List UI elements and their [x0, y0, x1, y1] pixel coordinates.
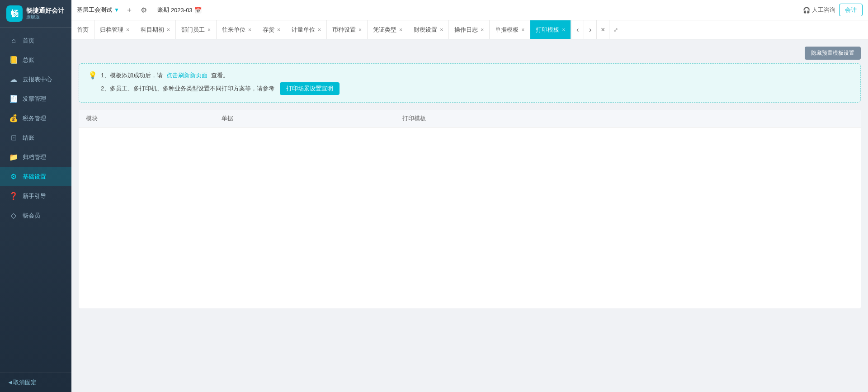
- tab-operation-log-label: 操作日志: [454, 26, 478, 34]
- main-content: 隐藏预置模板设置 💡 1、模板添加成功后，请点击刷新新页面查看。 2、多员工、多…: [71, 39, 868, 392]
- tab-close-all[interactable]: ×: [596, 20, 609, 39]
- sidebar-footer-label: ◄取消固定: [7, 378, 37, 387]
- sidebar-logo: 畅 畅捷通好会计 旗舰版: [0, 0, 71, 28]
- tab-nav-prev[interactable]: ‹: [571, 20, 584, 39]
- topbar-actions: ＋ ⚙: [123, 4, 150, 16]
- tab-operation-log-close[interactable]: ×: [481, 27, 484, 33]
- calendar-icon[interactable]: 📅: [194, 7, 202, 14]
- tab-partner-close[interactable]: ×: [248, 27, 251, 33]
- tabs-bar: 首页 归档管理 × 科目期初 × 部门员工 × 往来单位 × 存货 × 计量单位…: [71, 20, 868, 39]
- service-label: 人工咨询: [812, 6, 835, 14]
- account-button[interactable]: 会计: [839, 4, 863, 16]
- tab-archive-mgmt[interactable]: 归档管理 ×: [94, 20, 135, 39]
- tab-voucher-type-label: 凭证类型: [373, 26, 396, 34]
- sidebar-item-guide[interactable]: ❓ 新手引导: [0, 186, 71, 206]
- table-col-document: 单据: [222, 114, 402, 123]
- sidebar-label-guide: 新手引导: [23, 192, 46, 200]
- table-header: 模块 单据 打印模板: [79, 110, 861, 128]
- tab-expand[interactable]: ⤢: [609, 20, 622, 39]
- sidebar-item-tax[interactable]: 💰 税务管理: [0, 109, 71, 128]
- company-selector[interactable]: 基层工会测试 ▼: [77, 6, 119, 14]
- tab-partner[interactable]: 往来单位 ×: [217, 20, 257, 39]
- table-col-print-template: 打印模板: [402, 114, 854, 123]
- notice-line2-pre: 2、多员工、多打印机、多种业务类型设置不同打印方案等，请参考: [101, 85, 274, 93]
- refresh-link[interactable]: 点击刷新新页面: [166, 71, 208, 80]
- sidebar-label-archive: 归档管理: [23, 153, 46, 161]
- sidebar-label-reports: 云报表中心: [23, 76, 52, 84]
- tab-archive-mgmt-close[interactable]: ×: [126, 27, 129, 33]
- topbar: 基层工会测试 ▼ ＋ ⚙ 账期 2023-03 📅 🎧 人工咨询 会计: [71, 0, 868, 20]
- tab-currency-close[interactable]: ×: [359, 27, 362, 33]
- tab-archive-mgmt-label: 归档管理: [100, 26, 123, 34]
- hide-preview-button[interactable]: 隐藏预置模板设置: [805, 47, 861, 60]
- archive-icon: 📁: [9, 153, 18, 161]
- print-scene-button[interactable]: 打印场景设置宣明: [280, 82, 340, 95]
- tab-measure-unit[interactable]: 计量单位 ×: [286, 20, 327, 39]
- tab-inventory[interactable]: 存货 ×: [257, 20, 286, 39]
- tab-voucher-type[interactable]: 凭证类型 ×: [368, 20, 408, 39]
- notice-line-2: 2、多员工、多打印机、多种业务类型设置不同打印方案等，请参考 打印场景设置宣明: [88, 82, 851, 95]
- tax-icon: 💰: [9, 114, 18, 123]
- tab-measure-unit-close[interactable]: ×: [318, 27, 321, 33]
- tab-subject-init-close[interactable]: ×: [167, 27, 170, 33]
- logo-text-block: 畅捷通好会计 旗舰版: [26, 7, 64, 21]
- invoice-icon: 🧾: [9, 94, 18, 103]
- tab-currency-label: 币种设置: [332, 26, 356, 34]
- sidebar-unpin-button[interactable]: ◄取消固定: [0, 373, 71, 392]
- sidebar-item-home[interactable]: ⌂ 首页: [0, 31, 71, 50]
- topbar-right: 🎧 人工咨询 会计: [803, 4, 863, 16]
- table-body: [79, 128, 861, 308]
- sidebar-item-ledger[interactable]: 📒 总账: [0, 50, 71, 70]
- headset-icon: 🎧: [803, 7, 810, 14]
- ledger-icon: 📒: [9, 56, 18, 64]
- tab-dept-staff[interactable]: 部门员工 ×: [176, 20, 217, 39]
- sidebar-item-invoice[interactable]: 🧾 发票管理: [0, 89, 71, 109]
- tab-print-template-close[interactable]: ×: [562, 27, 565, 33]
- guide-icon: ❓: [9, 192, 18, 200]
- tab-subject-init[interactable]: 科目期初 ×: [135, 20, 176, 39]
- sidebar-label-invoice: 发票管理: [23, 95, 46, 103]
- logo-sub: 旗舰版: [26, 14, 64, 20]
- sidebar-label-settings: 基础设置: [23, 173, 46, 181]
- tab-home[interactable]: 首页: [71, 20, 94, 39]
- bulb-icon: 💡: [88, 71, 97, 80]
- sidebar-item-closing[interactable]: ⊡ 结账: [0, 128, 71, 147]
- settings-gear-button[interactable]: ⚙: [137, 4, 150, 16]
- sidebar-item-member[interactable]: ◇ 畅会员: [0, 206, 71, 225]
- service-button[interactable]: 🎧 人工咨询: [803, 6, 835, 14]
- company-name: 基层工会测试: [77, 6, 112, 14]
- tab-inventory-close[interactable]: ×: [277, 27, 280, 33]
- tab-nav-next[interactable]: ›: [584, 20, 596, 39]
- tab-single-template[interactable]: 单据模板 ×: [490, 20, 530, 39]
- member-icon: ◇: [9, 211, 18, 220]
- tab-single-template-label: 单据模板: [495, 26, 519, 34]
- sidebar-label-ledger: 总账: [23, 56, 34, 64]
- logo-icon: 畅: [6, 5, 23, 22]
- tab-tax-settings-close[interactable]: ×: [440, 27, 443, 33]
- sidebar-label-home: 首页: [23, 37, 34, 45]
- tab-currency[interactable]: 币种设置 ×: [327, 20, 368, 39]
- tab-partner-label: 往来单位: [222, 26, 245, 34]
- closing-icon: ⊡: [9, 133, 18, 142]
- sidebar-nav: ⌂ 首页 📒 总账 ☁ 云报表中心 🧾 发票管理 💰 税务管理 ⊡ 结账 📁 归…: [0, 28, 71, 373]
- sidebar-label-tax: 税务管理: [23, 114, 46, 123]
- tab-print-template-label: 打印模板: [536, 26, 559, 34]
- tab-print-template[interactable]: 打印模板 ×: [530, 20, 571, 39]
- notice-line1-pre: 1、模板添加成功后，请: [101, 71, 163, 80]
- notice-banner: 💡 1、模板添加成功后，请点击刷新新页面查看。 2、多员工、多打印机、多种业务类…: [79, 63, 861, 103]
- period-info: 账期 2023-03 📅: [157, 6, 202, 14]
- reports-icon: ☁: [9, 75, 18, 84]
- sidebar-item-settings[interactable]: ⚙ 基础设置: [0, 167, 71, 186]
- sidebar: 畅 畅捷通好会计 旗舰版 ⌂ 首页 📒 总账 ☁ 云报表中心 🧾 发票管理 💰 …: [0, 0, 71, 392]
- tab-inventory-label: 存货: [263, 26, 274, 34]
- tab-dept-staff-label: 部门员工: [181, 26, 205, 34]
- tab-tax-settings[interactable]: 财税设置 ×: [408, 20, 449, 39]
- add-tab-button[interactable]: ＋: [123, 4, 136, 16]
- tab-operation-log[interactable]: 操作日志 ×: [449, 20, 490, 39]
- sidebar-item-archive[interactable]: 📁 归档管理: [0, 147, 71, 167]
- tab-dept-staff-close[interactable]: ×: [208, 27, 211, 33]
- tab-subject-init-label: 科目期初: [141, 26, 164, 34]
- tab-single-template-close[interactable]: ×: [521, 27, 524, 33]
- sidebar-item-reports[interactable]: ☁ 云报表中心: [0, 70, 71, 89]
- tab-voucher-type-close[interactable]: ×: [399, 27, 402, 33]
